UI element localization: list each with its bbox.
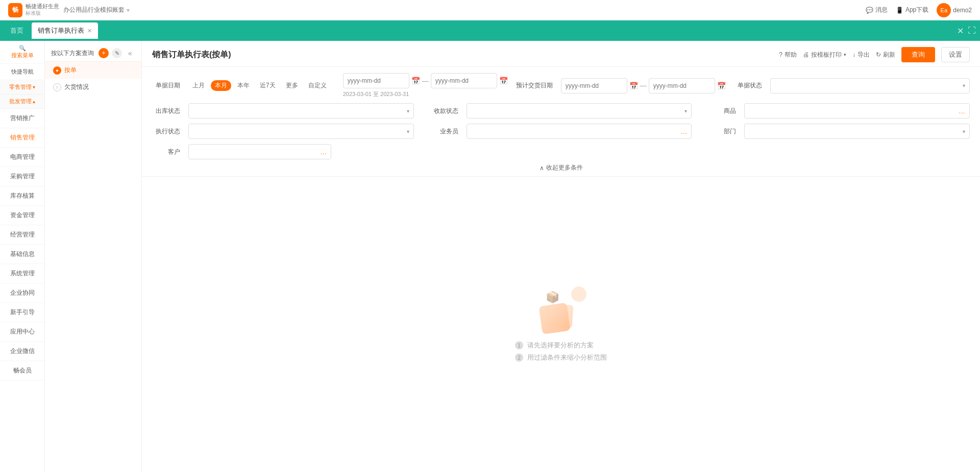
calendar-start-icon[interactable]: 📅: [411, 77, 420, 85]
scheme-item-按单[interactable]: ● 按单: [45, 62, 141, 79]
department-label: 部门: [708, 127, 736, 136]
collapse-icon: ∧: [540, 164, 544, 172]
left-panel-actions: + ✎ «: [99, 48, 135, 58]
sidebar-quick-nav[interactable]: 快捷导航: [0, 64, 44, 80]
step-num-1: 1: [515, 341, 523, 349]
top-left: 畅 畅捷通好生意 标准版 办公用品行业模拟账套 ▾: [8, 3, 130, 17]
delivery-status-select[interactable]: ▾: [188, 103, 414, 119]
expected-date-start-input[interactable]: [561, 78, 627, 93]
expected-date-group: 📅 — 📅: [561, 78, 726, 93]
sidebar-item-sales[interactable]: 销售管理: [0, 128, 44, 148]
delivery-arrow-icon: ▾: [407, 108, 409, 114]
sidebar-item-newcomer[interactable]: 新手引导: [0, 303, 44, 322]
tab-home[interactable]: 首页: [4, 22, 30, 39]
breadcrumb-arrow-icon: ▾: [127, 7, 130, 14]
message-button[interactable]: 💬 消息: [866, 6, 888, 14]
refresh-button[interactable]: ↻ 刷新: [876, 51, 895, 59]
app-name: 畅捷通好生意: [26, 3, 59, 10]
empty-state: 📦 1 请先选择要分析的方案 2 用过滤条件来缩小分析范围: [515, 287, 607, 362]
edit-icon: ✎: [115, 50, 119, 57]
sidebar-inventory-label: 库存核算: [10, 192, 35, 200]
salesperson-select-icon[interactable]: …: [680, 128, 687, 135]
tab-sales-order[interactable]: 销售订单执行表 ✕: [32, 22, 98, 39]
department-select[interactable]: ▾: [744, 124, 970, 139]
sidebar-item-operations[interactable]: 经营管理: [0, 225, 44, 245]
help-button[interactable]: ? 帮助: [779, 51, 797, 59]
date-start-input[interactable]: [343, 73, 409, 88]
date-tab-7days[interactable]: 近7天: [256, 80, 280, 91]
scheme-item-欠货情况[interactable]: ○ 欠货情况: [45, 79, 141, 96]
content-wrapper: 销售订单执行表(按单) ? 帮助 🖨 按模板打印 ▾ ↓: [142, 41, 980, 472]
mobile-icon: 📱: [896, 7, 903, 14]
sidebar-ecommerce-label: 电商管理: [10, 153, 35, 161]
date-end-input[interactable]: [431, 73, 497, 88]
collapse-filters-button[interactable]: ∧ 收起更多条件: [540, 163, 583, 172]
execution-status-select[interactable]: ▾: [188, 124, 414, 139]
sidebar-system-label: 系统管理: [10, 269, 35, 278]
expected-calendar-start-icon[interactable]: 📅: [629, 82, 638, 90]
close-window-icon[interactable]: ✕: [957, 26, 964, 36]
export-button[interactable]: ↓ 导出: [852, 51, 870, 59]
app-download-button[interactable]: 📱 App下载: [896, 6, 928, 14]
scheme-item-label-2: 欠货情况: [64, 83, 89, 91]
sidebar-item-inventory[interactable]: 库存核算: [0, 186, 44, 206]
sidebar-item-retail[interactable]: 零售管理 ▾: [0, 80, 44, 95]
payment-status-select[interactable]: ▾: [467, 103, 692, 119]
sidebar-item-appcenter[interactable]: 应用中心: [0, 322, 44, 342]
tab-close-icon[interactable]: ✕: [87, 28, 92, 34]
calendar-end-icon[interactable]: 📅: [499, 77, 508, 85]
salesperson-label: 业务员: [430, 127, 458, 136]
refresh-label: 刷新: [883, 51, 895, 59]
date-tab-this-year[interactable]: 本年: [233, 80, 254, 91]
search-icon: 🔍: [19, 45, 26, 51]
filter-section: 单据日期 上月 本月 本年 近7天 更多 自定义 📅: [142, 67, 980, 176]
expected-calendar-end-icon[interactable]: 📅: [717, 82, 726, 90]
date-range-text: 2023-03-01 至 2023-03-31: [343, 90, 508, 98]
sidebar-item-wholesale[interactable]: 批发管理 ▴: [0, 95, 44, 109]
print-button[interactable]: 🖨 按模板打印 ▾: [803, 51, 846, 59]
print-label: 按模板打印: [811, 51, 842, 59]
inner-layout: 按以下方案查询 + ✎ « ● 按单 ○: [45, 41, 980, 472]
sidebar-item-basic[interactable]: 基础信息: [0, 245, 44, 264]
sidebar-item-marketing[interactable]: 营销推广: [0, 109, 44, 128]
query-button[interactable]: 查询: [901, 47, 935, 62]
page-title: 销售订单执行表(按单): [152, 50, 231, 60]
export-icon: ↓: [852, 51, 855, 58]
date-tab-more[interactable]: 更多: [282, 80, 302, 91]
collapse-row: ∧ 收起更多条件: [142, 159, 980, 176]
app-subtitle: 标准版: [26, 10, 59, 17]
collapse-label: 收起更多条件: [546, 163, 583, 172]
sidebar-item-company[interactable]: 企业协同: [0, 284, 44, 303]
sidebar-item-wechat[interactable]: 企业微信: [0, 342, 44, 361]
goods-select-icon[interactable]: …: [959, 107, 965, 115]
sidebar-item-purchase[interactable]: 采购管理: [0, 167, 44, 186]
top-header: 畅 畅捷通好生意 标准版 办公用品行业模拟账套 ▾ 💬 消息 📱 App下载 E…: [0, 0, 980, 20]
sidebar-item-ecommerce[interactable]: 电商管理: [0, 148, 44, 167]
sidebar: 🔍 搜索菜单 快捷导航 零售管理 ▾ 批发管理 ▴ 营销推广 销售管理 电商管理…: [0, 41, 45, 472]
customer-select-icon[interactable]: …: [320, 148, 327, 156]
main-content-area: 📦 1 请先选择要分析的方案 2 用过滤条件来缩小分析范围: [142, 177, 980, 472]
page-actions: ? 帮助 🖨 按模板打印 ▾ ↓ 导出 ↻: [779, 51, 895, 59]
add-scheme-button[interactable]: +: [99, 48, 109, 58]
collapse-panel-button[interactable]: «: [125, 48, 135, 58]
expected-date-end-input[interactable]: [649, 78, 715, 93]
date-tab-last-month[interactable]: 上月: [188, 80, 209, 91]
sidebar-item-finance[interactable]: 资金管理: [0, 206, 44, 225]
scheme-inactive-icon: ○: [53, 83, 61, 91]
settings-button[interactable]: 设置: [941, 47, 970, 62]
date-tab-this-month[interactable]: 本月: [211, 80, 231, 91]
expand-icon[interactable]: ⛶: [968, 26, 976, 35]
sidebar-item-member[interactable]: 畅会员: [0, 361, 44, 381]
print-icon: 🖨: [803, 51, 809, 58]
sidebar-finance-label: 资金管理: [10, 211, 35, 220]
sidebar-marketing-label: 营销推广: [10, 114, 35, 123]
doc-status-select[interactable]: ▾: [770, 78, 970, 93]
left-panel: 按以下方案查询 + ✎ « ● 按单 ○: [45, 41, 142, 472]
edit-scheme-button[interactable]: ✎: [112, 48, 122, 58]
user-profile[interactable]: Ea demo2: [937, 3, 972, 17]
date-tab-custom[interactable]: 自定义: [304, 80, 331, 91]
sidebar-search[interactable]: 🔍 搜索菜单: [0, 41, 44, 64]
collapse-left-icon: «: [128, 49, 132, 57]
sidebar-sales-label: 销售管理: [10, 133, 35, 142]
sidebar-item-system[interactable]: 系统管理: [0, 264, 44, 284]
